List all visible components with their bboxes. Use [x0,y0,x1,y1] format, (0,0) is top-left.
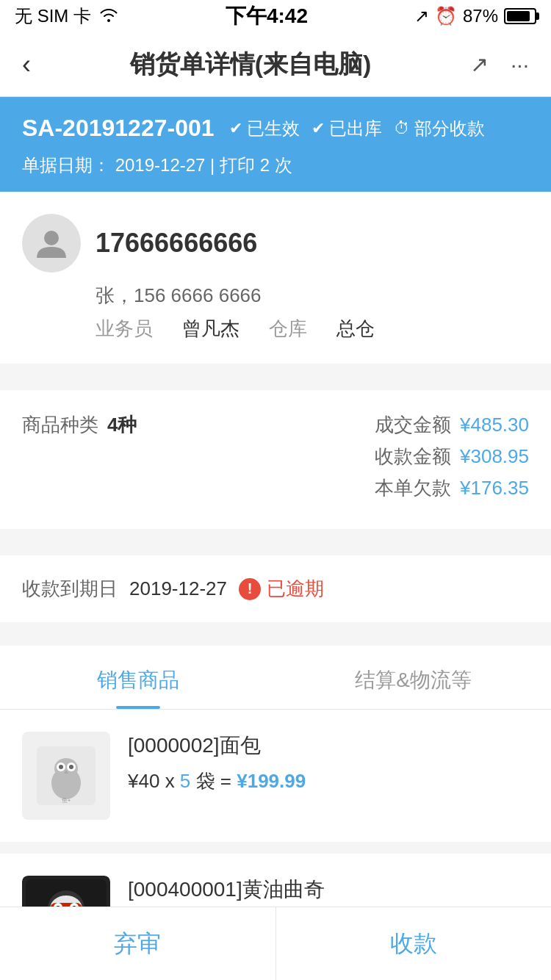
tab-settlement[interactable]: 结算&物流等 [276,646,551,709]
salesman-label: 业务员 [96,316,153,342]
due-section: 收款到期日 2019-12-27 ! 已逾期 [0,555,551,622]
overdue-icon: ! [239,578,261,600]
stats-left: 商品种类 4种 [22,412,137,444]
stats-section: 商品种类 4种 成交金额 ¥485.30 收款金额 ¥308.95 本单欠款 ¥… [0,390,551,529]
product-type-label: 商品种类 [22,412,98,438]
status-bar-left: 无 SIM 卡 [15,4,119,28]
product-name-1: [0000002]面包 [128,732,529,760]
share-button[interactable]: ↗ [470,51,489,77]
tab-settlement-label: 结算&物流等 [355,669,472,691]
due-date-value: 2019-12-27 [129,577,227,600]
customer-avatar [22,214,81,273]
page-title: 销货单详情(来自电脑) [130,48,372,82]
received-label: 收款金额 [375,444,451,469]
customer-detail: 张，156 6666 6666 [96,283,529,309]
divider-1 [0,378,551,390]
product-image-1: 鱼+ [37,746,96,805]
customer-phone: 17666666666 [96,228,257,259]
order-meta: 单据日期： 2019-12-27 | 打印 2 次 [22,154,529,177]
sim-status: 无 SIM 卡 [15,4,91,28]
meta-date-label: 单据日期： [22,155,110,175]
product-type-value: 4种 [107,412,137,438]
salesman-value: 曾凡杰 [182,316,240,342]
tab-products-label: 销售商品 [97,669,179,691]
meta-print-suffix: 次 [275,155,292,175]
product-thumbnail-1: 鱼+ [22,732,110,820]
badge-partial-payment: ⏱ 部分收款 [394,117,485,140]
badge-partial-label: 部分收款 [414,117,485,140]
stats-right: 成交金额 ¥485.30 收款金额 ¥308.95 本单欠款 ¥176.35 [375,412,529,507]
confirm-button[interactable]: 收款 [276,907,552,980]
alarm-icon: ⏰ [435,6,457,26]
status-badges: ✔ 已生效 ✔ 已出库 ⏱ 部分收款 [229,117,485,140]
status-bar-right: ↗ ⏰ 87% [414,6,536,26]
avatar-icon [33,225,70,262]
customer-info-row: 业务员 曾凡杰 仓库 总仓 [96,316,529,342]
price-x-1: x [165,770,180,792]
overdue-badge: ! 已逾期 [239,576,324,602]
nav-right: ↗ ··· [470,51,529,77]
transaction-label: 成交金额 [375,412,451,438]
svg-text:鱼+: 鱼+ [62,797,71,804]
status-bar-time: 下午4:42 [226,2,308,30]
price-qty-1: 5 [180,770,190,792]
check-icon-2: ✔ [311,119,325,138]
price-unit-1: 袋 [196,770,215,792]
product-name-2: [000400001]黄油曲奇 [128,876,529,904]
status-bar: 无 SIM 卡 下午4:42 ↗ ⏰ 87% [0,0,551,32]
location-icon: ↗ [414,6,429,26]
table-row: 鱼+ [0000002]面包 ¥40 x 5 袋 = ¥199.99 [0,710,551,842]
meta-date-value: 2019-12-27 [115,155,206,175]
back-button[interactable]: ‹ [22,49,31,80]
order-id: SA-20191227-001 [22,115,215,142]
svg-point-6 [59,765,63,769]
svg-point-7 [69,765,73,769]
meta-print-count: 2 [260,155,270,175]
debt-label: 本单欠款 [375,475,451,501]
price-total-1: ¥199.99 [237,770,306,792]
warehouse-value: 总仓 [336,316,375,342]
badge-effective: ✔ 已生效 [229,117,300,140]
badge-effective-label: 已生效 [247,117,300,140]
wifi-icon [98,6,119,26]
tabs-bar: 销售商品 结算&物流等 [0,646,551,710]
due-label: 收款到期日 [22,576,118,602]
nav-bar: ‹ 销货单详情(来自电脑) ↗ ··· [0,32,551,97]
debt-value: ¥176.35 [460,477,529,500]
clock-icon: ⏱ [394,119,410,138]
customer-section: 17666666666 张，156 6666 6666 业务员 曾凡杰 仓库 总… [0,192,551,364]
meta-separator: | [210,155,220,175]
battery-icon [504,8,536,24]
cancel-button[interactable]: 弃审 [0,907,276,980]
product-info-1: [0000002]面包 ¥40 x 5 袋 = ¥199.99 [128,732,529,794]
tab-products[interactable]: 销售商品 [0,646,276,709]
price-eq-1: = [220,770,237,792]
divider-2 [0,544,551,555]
badge-shipped: ✔ 已出库 [311,117,382,140]
bottom-bar: 弃审 收款 [0,907,551,980]
received-value: ¥308.95 [460,445,529,468]
battery-percent: 87% [463,6,498,26]
price-base-1: ¥40 [128,770,159,792]
svg-point-0 [44,231,59,245]
divider-3 [0,634,551,646]
overdue-text: 已逾期 [267,576,324,602]
order-header: SA-20191227-001 ✔ 已生效 ✔ 已出库 ⏱ 部分收款 单据日期：… [0,97,551,192]
more-button[interactable]: ··· [511,52,529,77]
meta-print-label: 打印 [220,155,260,175]
transaction-value: ¥485.30 [460,414,529,436]
product-price-1: ¥40 x 5 袋 = ¥199.99 [128,768,529,794]
warehouse-label: 仓库 [269,316,307,342]
check-icon-1: ✔ [229,119,242,138]
badge-shipped-label: 已出库 [329,117,382,140]
